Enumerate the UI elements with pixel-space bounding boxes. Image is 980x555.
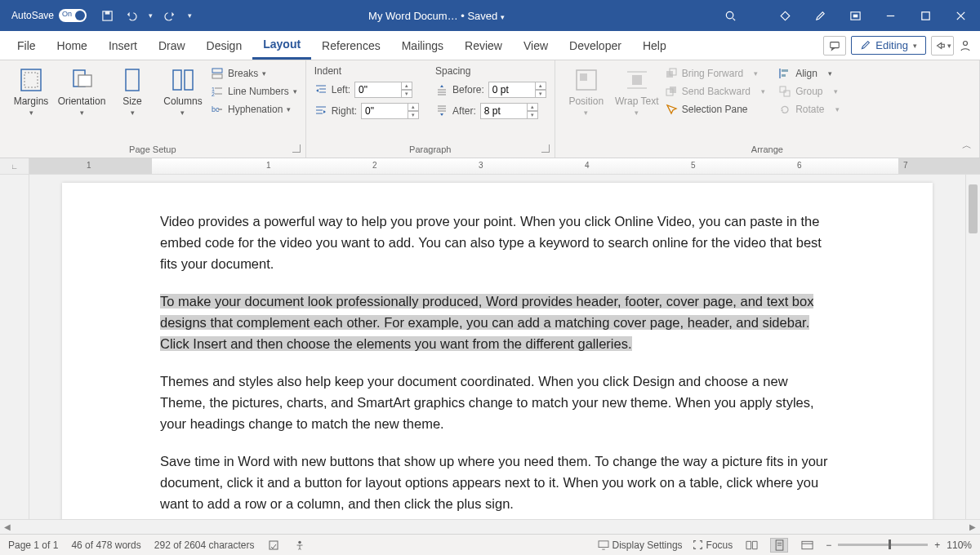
tab-help[interactable]: Help xyxy=(632,31,677,60)
web-layout-button[interactable] xyxy=(798,538,816,553)
vertical-scrollbar[interactable] xyxy=(965,175,980,519)
search-button[interactable] xyxy=(681,10,779,22)
page[interactable]: Video provides a powerful way to help yo… xyxy=(62,183,933,519)
breaks-icon xyxy=(211,67,224,80)
left-label: Left: xyxy=(332,84,350,95)
zoom-control[interactable]: − + 110% xyxy=(826,539,972,551)
hyphenation-button[interactable]: bcHyphenation▾ xyxy=(211,103,297,116)
scroll-thumb[interactable] xyxy=(969,184,978,233)
titlebar: AutoSave On ▾ ▾ My Word Docum… • Saved ▾ xyxy=(0,0,980,31)
document-canvas[interactable]: Video provides a powerful way to help yo… xyxy=(29,175,965,519)
paragraph-1[interactable]: Video provides a powerful way to help yo… xyxy=(160,211,835,274)
paragraph-2[interactable]: To make your document look professionall… xyxy=(160,291,835,354)
horizontal-ruler[interactable]: ∟ 1 1 2 3 4 5 6 7 xyxy=(0,158,980,175)
word-count[interactable]: 46 of 478 words xyxy=(71,539,140,551)
tab-selector[interactable]: ∟ xyxy=(0,158,29,174)
zoom-level[interactable]: 110% xyxy=(947,539,972,551)
editing-mode-button[interactable]: Editing ▾ xyxy=(851,36,926,55)
collapse-ribbon-icon[interactable]: ︿ xyxy=(962,139,972,153)
minimize-icon[interactable] xyxy=(884,10,897,22)
group-icon xyxy=(778,85,791,98)
pencil-icon xyxy=(860,40,871,51)
scroll-right-icon[interactable]: ▶ xyxy=(965,522,980,531)
brush-icon[interactable] xyxy=(814,10,826,22)
paragraph-4[interactable]: Save time in Word with new buttons that … xyxy=(160,451,835,514)
print-layout-icon xyxy=(774,539,785,551)
paragraph-launcher[interactable] xyxy=(541,144,550,153)
share-button[interactable]: ▾ xyxy=(931,36,954,56)
selection-pane-button[interactable]: Selection Pane xyxy=(665,103,765,116)
zoom-slider[interactable] xyxy=(838,544,928,546)
line-numbers-button[interactable]: 12Line Numbers▾ xyxy=(211,85,297,98)
qat-customize-icon[interactable]: ▾ xyxy=(188,11,192,20)
close-icon[interactable] xyxy=(955,10,967,22)
accessibility-icon[interactable] xyxy=(294,539,305,551)
ribbon-display-icon[interactable] xyxy=(849,10,862,22)
svg-rect-11 xyxy=(831,42,840,47)
print-layout-button[interactable] xyxy=(770,538,788,553)
document-title[interactable]: My Word Docum… • Saved ▾ xyxy=(192,10,681,22)
tab-insert[interactable]: Insert xyxy=(98,31,148,60)
zoom-in-icon[interactable]: + xyxy=(934,539,940,551)
undo-icon[interactable] xyxy=(125,10,137,22)
spellcheck-icon[interactable] xyxy=(268,539,281,551)
account-icon[interactable] xyxy=(959,39,973,52)
breaks-button[interactable]: Breaks▾ xyxy=(211,67,297,80)
svg-rect-16 xyxy=(78,75,91,87)
spacing-after-field[interactable]: ▴▾ xyxy=(480,103,538,119)
read-mode-button[interactable] xyxy=(742,538,760,553)
rotate-button: Rotate ▾ xyxy=(778,103,840,116)
tab-file[interactable]: File xyxy=(7,31,47,60)
horizontal-scrollbar[interactable]: ◀ ▶ xyxy=(0,519,980,534)
focus-button[interactable]: Focus xyxy=(693,539,733,551)
selected-text[interactable]: To make your document look professionall… xyxy=(160,294,813,351)
orientation-button[interactable]: Orientation▾ xyxy=(59,64,105,118)
size-button[interactable]: Size▾ xyxy=(109,64,155,118)
page-indicator[interactable]: Page 1 of 1 xyxy=(8,539,58,551)
zoom-out-icon[interactable]: − xyxy=(826,539,831,551)
indent-right-icon xyxy=(314,104,327,118)
scroll-left-icon[interactable]: ◀ xyxy=(0,522,15,531)
char-count[interactable]: 292 of 2604 characters xyxy=(154,539,255,551)
align-button[interactable]: Align ▾ xyxy=(778,67,840,80)
indent-header: Indent xyxy=(314,65,419,77)
maximize-icon[interactable] xyxy=(920,10,932,22)
indent-right-field[interactable]: ▴▾ xyxy=(361,103,419,119)
margins-icon xyxy=(18,67,44,93)
autosave-toggle[interactable]: AutoSave On xyxy=(11,9,87,22)
paragraph-3[interactable]: Themes and styles also help keep your do… xyxy=(160,371,835,434)
tab-developer[interactable]: Developer xyxy=(559,31,632,60)
tab-draw[interactable]: Draw xyxy=(148,31,196,60)
margins-button[interactable]: Margins▾ xyxy=(8,64,54,118)
svg-point-2 xyxy=(726,11,733,18)
autosave-state: On xyxy=(62,10,72,18)
tab-review[interactable]: Review xyxy=(454,31,513,60)
toggle-switch[interactable]: On xyxy=(59,9,87,22)
svg-rect-42 xyxy=(632,75,642,85)
spacing-before-field[interactable]: ▴▾ xyxy=(488,82,546,98)
svg-rect-14 xyxy=(24,73,38,87)
group-page-setup: Margins▾ Orientation▾ Size▾ Columns▾ Bre… xyxy=(0,60,306,158)
tab-mailings[interactable]: Mailings xyxy=(391,31,454,60)
diamond-icon[interactable] xyxy=(779,10,791,22)
paragraph-label: Paragraph xyxy=(409,144,451,154)
undo-dropdown-icon[interactable]: ▾ xyxy=(149,11,153,20)
columns-button[interactable]: Columns▾ xyxy=(160,64,206,118)
search-icon xyxy=(724,10,737,22)
comments-button[interactable] xyxy=(823,36,846,56)
save-icon[interactable] xyxy=(101,10,114,22)
redo-icon[interactable] xyxy=(164,10,176,22)
rotate-icon xyxy=(778,103,791,116)
tab-design[interactable]: Design xyxy=(196,31,253,60)
svg-rect-52 xyxy=(780,87,786,92)
tab-references[interactable]: References xyxy=(311,31,391,60)
vertical-ruler[interactable] xyxy=(0,175,29,519)
page-setup-launcher[interactable] xyxy=(292,144,301,153)
tab-layout[interactable]: Layout xyxy=(252,31,311,60)
svg-rect-1 xyxy=(105,11,110,14)
display-settings-button[interactable]: Display Settings xyxy=(598,539,683,551)
tab-view[interactable]: View xyxy=(513,31,559,60)
tab-home[interactable]: Home xyxy=(47,31,98,60)
group-button: Group ▾ xyxy=(778,85,840,98)
indent-left-field[interactable]: ▴▾ xyxy=(354,82,412,98)
